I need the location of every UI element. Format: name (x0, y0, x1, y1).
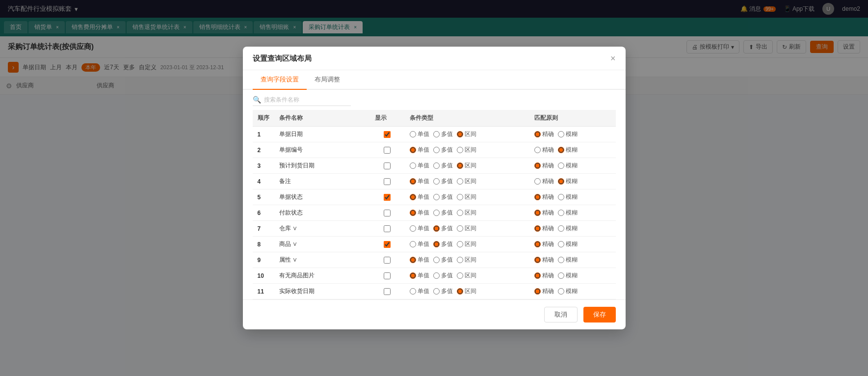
tab-query-fields-label: 查询字段设置 (261, 76, 299, 83)
modal-title: 设置查询区域布局 (253, 54, 312, 69)
tab-layout-adjust-label: 布局调整 (315, 76, 340, 83)
modal-overlay: 设置查询区域布局 × 查询字段设置 布局调整 🔍 顺序 (0, 0, 868, 95)
modal-tabs: 查询字段设置 布局调整 (243, 70, 626, 90)
tab-query-fields[interactable]: 查询字段设置 (253, 70, 307, 90)
modal-dialog: 设置查询区域布局 × 查询字段设置 布局调整 🔍 顺序 (243, 47, 626, 95)
tab-layout-adjust[interactable]: 布局调整 (307, 70, 348, 90)
modal-header: 设置查询区域布局 × (243, 47, 626, 70)
modal-close-button[interactable]: × (610, 54, 616, 70)
modal-search-area: 🔍 (243, 90, 626, 95)
